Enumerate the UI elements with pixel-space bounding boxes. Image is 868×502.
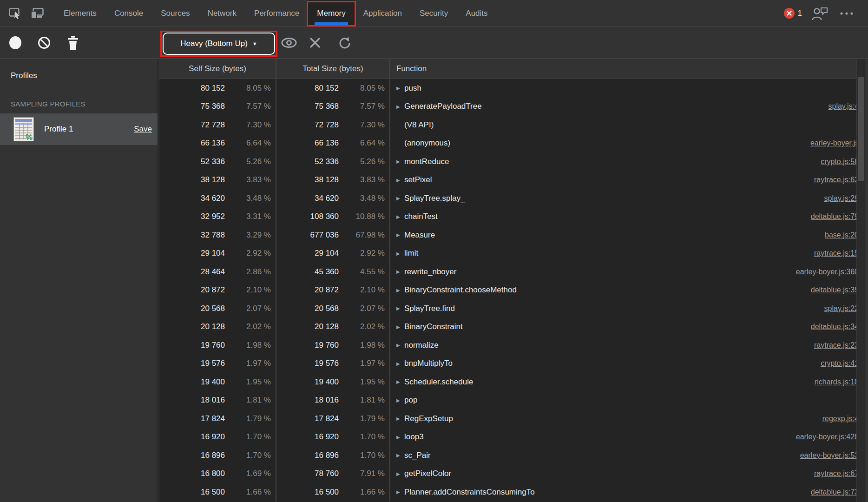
vertical-scrollbar[interactable] <box>856 59 865 502</box>
function-cell[interactable]: ▶Measurebase.js:20 <box>389 226 856 244</box>
tab-security[interactable]: Security <box>411 0 457 26</box>
source-link[interactable]: regexp.js:4 <box>813 415 856 423</box>
table-row[interactable]: 19 4001.95 %19 4001.95 %▶Scheduler.sched… <box>159 373 856 391</box>
source-link[interactable]: deltablue.js:79 <box>802 212 856 221</box>
expand-triangle-icon[interactable]: ▶ <box>396 324 404 330</box>
function-cell[interactable]: ▶Planner.addConstraintsConsumingTodeltab… <box>389 483 856 502</box>
source-link[interactable]: splay.js:29 <box>815 194 856 203</box>
function-cell[interactable]: ▶montReducecrypto.js:58 <box>389 152 856 171</box>
source-link[interactable]: base.js:20 <box>815 231 856 239</box>
tab-application[interactable]: Application <box>355 0 411 26</box>
error-badge[interactable]: 1 <box>784 8 802 19</box>
function-cell[interactable]: ▶setPixelraytrace.js:62 <box>389 171 856 190</box>
table-row[interactable]: 52 3365.26 %52 3365.26 %▶montReducecrypt… <box>159 152 856 171</box>
tab-audits[interactable]: Audits <box>457 0 496 26</box>
function-cell[interactable]: ▶BinaryConstraint.chooseMethoddeltablue.… <box>389 281 856 300</box>
source-link[interactable]: earley-boyer.js:428 <box>787 433 856 441</box>
table-row[interactable]: 29 1042.92 %29 1042.92 %▶limitraytrace.j… <box>159 244 856 263</box>
delete-profile-trash-icon[interactable] <box>66 27 80 59</box>
table-row[interactable]: 16 5001.66 %16 5001.66 %▶Planner.addCons… <box>159 483 856 502</box>
expand-triangle-icon[interactable]: ▶ <box>396 269 404 274</box>
expand-triangle-icon[interactable]: ▶ <box>396 232 404 238</box>
function-cell[interactable]: ▶getPixelColorraytrace.js:67 <box>389 465 856 483</box>
tab-sources[interactable]: Sources <box>152 0 198 26</box>
function-cell[interactable]: ▶bnpMultiplyTocrypto.js:41 <box>389 355 856 373</box>
more-options-icon[interactable] <box>837 12 856 15</box>
table-row[interactable]: 19 7601.98 %19 7601.98 %▶normalizeraytra… <box>159 336 856 355</box>
record-profile-button[interactable] <box>8 27 22 59</box>
expand-triangle-icon[interactable]: ▶ <box>396 398 404 403</box>
expand-triangle-icon[interactable]: ▶ <box>396 251 404 256</box>
function-cell[interactable]: ▶SplayTree.splay_splay.js:29 <box>389 189 856 208</box>
expand-triangle-icon[interactable]: ▶ <box>396 104 404 109</box>
expand-triangle-icon[interactable]: ▶ <box>396 288 404 293</box>
table-row[interactable]: 66 1366.64 %66 1366.64 %(anonymous)earle… <box>159 134 856 153</box>
feedback-icon[interactable] <box>810 6 829 21</box>
table-row[interactable]: 20 5682.07 %20 5682.07 %▶SplayTree.finds… <box>159 299 856 318</box>
function-cell[interactable]: ▶push <box>389 79 856 98</box>
inspect-view-eye-icon[interactable] <box>281 27 297 59</box>
function-cell[interactable]: ▶rewrite_nboyerearley-boyer.js:360 <box>389 263 856 281</box>
source-link[interactable]: earley-boyer.js <box>801 139 856 147</box>
table-row[interactable]: 16 8001.69 %78 7607.91 %▶getPixelColorra… <box>159 465 856 483</box>
expand-triangle-icon[interactable]: ▶ <box>396 159 404 164</box>
source-link[interactable]: splay.js:22 <box>815 304 856 313</box>
function-cell[interactable]: ▶GeneratePayloadTreesplay.js:4 <box>389 98 856 116</box>
source-link[interactable]: splay.js:4 <box>819 102 856 111</box>
source-link[interactable]: crypto.js:58 <box>811 158 856 166</box>
inspect-element-icon[interactable] <box>4 0 26 26</box>
table-row[interactable]: 16 9201.70 %16 9201.70 %▶loop3earley-boy… <box>159 428 856 447</box>
expand-triangle-icon[interactable]: ▶ <box>396 196 404 201</box>
table-row[interactable]: 38 1283.83 %38 1283.83 %▶setPixelraytrac… <box>159 171 856 190</box>
source-link[interactable]: raytrace.js:23 <box>805 341 856 350</box>
expand-triangle-icon[interactable]: ▶ <box>396 178 404 183</box>
table-row[interactable]: 32 9523.31 %108 36010.88 %▶chainTestdelt… <box>159 208 856 226</box>
expand-triangle-icon[interactable]: ▶ <box>396 471 404 476</box>
table-row[interactable]: 75 3687.57 %75 3687.57 %▶GeneratePayload… <box>159 98 856 116</box>
profile-view-dropdown[interactable]: Heavy (Bottom Up) ▼ <box>163 33 275 55</box>
clear-all-profiles-button[interactable] <box>37 27 51 59</box>
table-row[interactable]: 16 8961.70 %16 8961.70 %▶sc_Pairearley-b… <box>159 446 856 465</box>
function-cell[interactable]: ▶normalizeraytrace.js:23 <box>389 336 856 355</box>
source-link[interactable]: deltablue.js:34 <box>802 323 856 331</box>
source-link[interactable]: earley-boyer.js:53 <box>791 451 856 460</box>
tab-console[interactable]: Console <box>105 0 152 26</box>
expand-triangle-icon[interactable]: ▶ <box>396 379 404 384</box>
column-header-self-size[interactable]: Self Size (bytes) <box>159 59 276 79</box>
source-link[interactable]: earley-boyer.js:360 <box>787 268 856 276</box>
function-cell[interactable]: ▶sc_Pairearley-boyer.js:53 <box>389 446 856 465</box>
source-link[interactable]: deltablue.js:35 <box>802 286 856 294</box>
tab-memory[interactable]: Memory <box>308 0 354 26</box>
function-cell[interactable]: ▶BinaryConstraintdeltablue.js:34 <box>389 318 856 337</box>
column-header-function[interactable]: Function <box>389 59 856 79</box>
expand-triangle-icon[interactable]: ▶ <box>396 361 404 366</box>
table-row[interactable]: 72 7287.30 %72 7287.30 %(V8 API) <box>159 116 856 134</box>
function-cell[interactable]: ▶Scheduler.schedulerichards.js:18 <box>389 373 856 391</box>
table-row[interactable]: 18 0161.81 %18 0161.81 %▶pop <box>159 391 856 410</box>
tab-performance[interactable]: Performance <box>245 0 308 26</box>
function-cell[interactable]: ▶RegExpSetupregexp.js:4 <box>389 410 856 428</box>
expand-triangle-icon[interactable]: ▶ <box>396 306 404 311</box>
tab-network[interactable]: Network <box>199 0 245 26</box>
function-cell[interactable]: ▶pop <box>389 391 856 410</box>
function-cell[interactable]: ▶SplayTree.findsplay.js:22 <box>389 299 856 318</box>
scrollbar-thumb[interactable] <box>858 77 864 181</box>
expand-triangle-icon[interactable]: ▶ <box>396 435 404 440</box>
source-link[interactable]: raytrace.js:62 <box>805 176 856 184</box>
expand-triangle-icon[interactable]: ▶ <box>396 86 404 91</box>
expand-triangle-icon[interactable]: ▶ <box>396 214 404 219</box>
source-link[interactable]: raytrace.js:67 <box>805 469 856 478</box>
column-header-total-size[interactable]: Total Size (bytes) <box>276 59 389 79</box>
close-icon[interactable] <box>308 27 322 59</box>
table-row[interactable]: 19 5761.97 %19 5761.97 %▶bnpMultiplyTocr… <box>159 355 856 373</box>
function-cell[interactable]: (anonymous)earley-boyer.js <box>389 134 856 153</box>
table-row[interactable]: 20 8722.10 %20 8722.10 %▶BinaryConstrain… <box>159 281 856 300</box>
expand-triangle-icon[interactable]: ▶ <box>396 416 404 421</box>
expand-triangle-icon[interactable]: ▶ <box>396 453 404 458</box>
device-toolbar-icon[interactable] <box>26 0 48 26</box>
tab-elements[interactable]: Elements <box>55 0 105 26</box>
table-row[interactable]: 32 7883.29 %677 03667.98 %▶Measurebase.j… <box>159 226 856 244</box>
table-row[interactable]: 20 1282.02 %20 1282.02 %▶BinaryConstrain… <box>159 318 856 337</box>
table-row[interactable]: 34 6203.48 %34 6203.48 %▶SplayTree.splay… <box>159 189 856 208</box>
profile-list-item[interactable]: % Profile 1 Save <box>0 113 158 145</box>
